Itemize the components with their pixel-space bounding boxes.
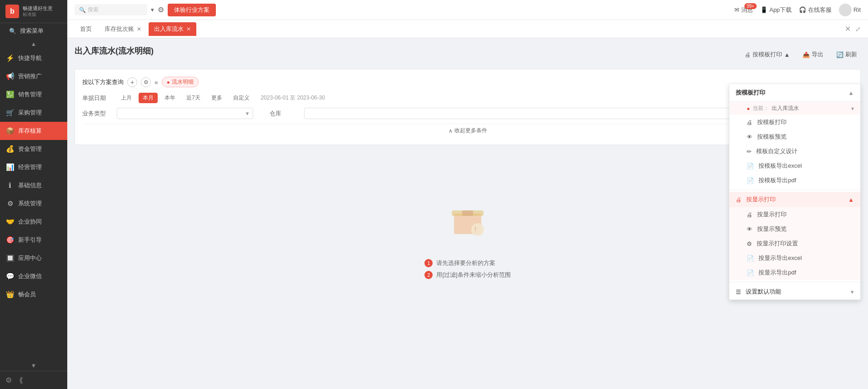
tab-warehouse-batch-close[interactable]: ✕ [137, 26, 141, 32]
sidebar-item-guide[interactable]: 🎯 新手引导 [0, 231, 67, 249]
tab-home[interactable]: 首页 [75, 22, 97, 36]
sidebar-scroll-up[interactable]: ▲ [0, 39, 67, 49]
logo-text: 畅捷通好生意 [23, 5, 53, 11]
tab-close-all[interactable]: ✕ [845, 25, 851, 33]
sales-icon: 💹 [5, 90, 15, 99]
sidebar-item-app-center[interactable]: 🔲 应用中心 [0, 249, 67, 267]
search-icon: 🔍 [9, 28, 16, 35]
svg-text:!: ! [474, 226, 476, 234]
bottom-settings-icon[interactable]: ⚙ [5, 376, 12, 384]
refresh-btn[interactable]: 🔄 刷新 [833, 49, 861, 60]
print-dropdown-panel: 按模板打印 ▲ ● 当前： 出入库流水 ▾ 🖨 按模板打印 👁 按模 [729, 84, 861, 300]
enterprise-wechat-icon: 💬 [5, 272, 15, 281]
logo-sub: 标准版 [23, 11, 53, 18]
svg-rect-2 [462, 210, 473, 216]
online-service-btn[interactable]: 🎧 在线客服 [799, 6, 832, 14]
empty-steps: 1 请先选择要分析的方案 2 用[过滤]条件来缩小分析范围 [424, 259, 510, 283]
date-btn-custom[interactable]: 自定义 [229, 93, 254, 103]
sidebar-item-basic-info[interactable]: ℹ 基础信息 [0, 176, 67, 194]
template-preview-icon: 👁 [747, 134, 753, 140]
sidebar-item-finance[interactable]: 💰 资金管理 [0, 140, 67, 158]
collapse-icon: ∧ [449, 128, 453, 134]
marketing-icon: 📢 [5, 72, 15, 81]
date-btn-this-month[interactable]: 本月 [139, 93, 158, 103]
dropdown-display-export-excel[interactable]: 📄 按显示导出excel [729, 251, 860, 265]
dropdown-template-export-pdf[interactable]: 📄 按模板导出pdf [729, 173, 860, 188]
sidebar-nav: ⚡ 快捷导航 📢 营销推广 💹 销售管理 🛒 采购管理 📦 库存核算 💰 [0, 49, 67, 360]
date-btn-more[interactable]: 更多 [207, 93, 226, 103]
tab-expand[interactable]: ⤢ [855, 25, 861, 33]
display-print-icon: 🖨 [747, 211, 753, 218]
sidebar-item-purchase[interactable]: 🛒 采购管理 [0, 104, 67, 122]
topbar-settings-icon[interactable]: ⚙ [158, 5, 164, 14]
operations-icon: 📊 [5, 163, 15, 172]
print-template-btn[interactable]: 🖨 按模板打印 ▲ [741, 49, 793, 60]
sidebar-search[interactable]: 🔍 搜索菜单 [0, 23, 67, 39]
refresh-icon: 🔄 [836, 51, 843, 58]
filter-add-btn[interactable]: + [127, 77, 137, 87]
tab-in-out-flow-close[interactable]: ✕ [186, 26, 191, 32]
vip-icon: 👑 [5, 290, 15, 299]
message-btn[interactable]: ✉ 消息 99+ [734, 6, 753, 14]
topbar-search-icon: 🔍 [79, 7, 86, 13]
dropdown-display-print-section[interactable]: 🖨 按显示打印 ▲ [729, 192, 860, 207]
user-avatar[interactable]: Rit [839, 4, 861, 16]
topbar-dropdown-arrow[interactable]: ▾ [151, 6, 154, 13]
sidebar-item-marketing[interactable]: 📢 营销推广 [0, 67, 67, 85]
sidebar-item-cooperation[interactable]: 🤝 企业协同 [0, 213, 67, 231]
dropdown-display-preview[interactable]: 👁 按显示预览 [729, 222, 860, 236]
purchase-icon: 🛒 [5, 108, 15, 117]
app-center-icon: 🔲 [5, 254, 15, 263]
main-area: 🔍 搜索 ▾ ⚙ 体验行业方案 ✉ 消息 99+ 📱 App下载 🎧 [67, 0, 868, 389]
sidebar-item-quick-nav[interactable]: ⚡ 快捷导航 [0, 49, 67, 67]
system-icon: ⚙ [5, 199, 15, 208]
finance-icon: 💰 [5, 145, 15, 154]
display-export-excel-icon: 📄 [747, 255, 754, 262]
sidebar-logo: b 畅捷通好生意 标准版 [0, 0, 67, 23]
sidebar-item-vip[interactable]: 👑 畅会员 [0, 285, 67, 304]
dropdown-template-print[interactable]: 🖨 按模板打印 [729, 115, 860, 130]
filter-collapse-btn[interactable]: « [155, 79, 158, 86]
tabs-bar: 首页 库存批次账 ✕ 出入库流水 ✕ ✕ ⤢ [67, 20, 868, 38]
template-export-excel-icon: 📄 [747, 163, 754, 170]
sidebar-item-system[interactable]: ⚙ 系统管理 [0, 194, 67, 213]
sidebar-item-inventory[interactable]: 📦 库存核算 [0, 122, 67, 140]
dropdown-template-export-excel[interactable]: 📄 按模板导出excel [729, 159, 860, 173]
sidebar-scroll-down[interactable]: ▼ [0, 360, 67, 371]
dropdown-collapse-btn[interactable]: ▲ [848, 90, 854, 96]
basic-info-icon: ℹ [5, 181, 15, 190]
current-template-icon: ● [747, 105, 750, 112]
sidebar-item-enterprise-wechat[interactable]: 💬 企业微信 [0, 267, 67, 285]
dropdown-display-print-settings[interactable]: ⚙ 按显示打印设置 [729, 236, 860, 251]
dropdown-template-customize[interactable]: ✏ 模板自定义设计 [729, 144, 860, 159]
date-btn-7days[interactable]: 近7天 [182, 93, 205, 103]
trial-btn[interactable]: 体验行业方案 [168, 4, 216, 16]
date-btn-this-year[interactable]: 本年 [160, 93, 180, 103]
tab-in-out-flow[interactable]: 出入库流水 ✕ [149, 22, 196, 36]
dropdown-display-export-pdf[interactable]: 📄 按显示导出pdf [729, 265, 860, 280]
app-download-btn[interactable]: 📱 App下载 [760, 6, 792, 14]
sidebar: b 畅捷通好生意 标准版 🔍 搜索菜单 ▲ ⚡ 快捷导航 📢 营销推广 💹 [0, 0, 67, 389]
display-print-section-icon: 🖨 [736, 196, 742, 203]
business-type-arrow: ▾ [246, 110, 249, 117]
dropdown-set-default[interactable]: ☰ 设置默认功能 ▾ [729, 284, 860, 299]
topbar-search-box[interactable]: 🔍 搜索 [75, 4, 147, 15]
tab-warehouse-batch[interactable]: 库存批次账 ✕ [99, 22, 147, 36]
date-btn-last-month[interactable]: 上月 [117, 93, 136, 103]
dropdown-display-print[interactable]: 🖨 按显示打印 [729, 207, 860, 222]
export-btn[interactable]: 📤 导出 [799, 49, 827, 60]
business-type-select[interactable]: ▾ [117, 108, 253, 119]
current-template-arrow: ▾ [851, 105, 854, 112]
sidebar-item-operations[interactable]: 📊 经营管理 [0, 158, 67, 176]
page-content: 出入库流水(流水明细) 🖨 按模板打印 ▲ 📤 导出 🔄 刷新 [67, 38, 868, 389]
sidebar-item-sales[interactable]: 💹 销售管理 [0, 85, 67, 104]
dropdown-template-preview[interactable]: 👁 按模板预览 [729, 130, 860, 144]
filter-chip-liushui[interactable]: ● 流水明细 [162, 77, 199, 87]
filter-settings-btn[interactable]: ⚙ [141, 77, 151, 87]
template-export-pdf-icon: 📄 [747, 177, 754, 184]
set-default-arrow: ▾ [851, 289, 854, 295]
bottom-collapse-icon[interactable]: ⟪ [19, 376, 23, 384]
print-icon: 🖨 [745, 51, 751, 58]
quick-nav-icon: ⚡ [5, 54, 15, 63]
set-default-icon: ☰ [736, 289, 741, 295]
